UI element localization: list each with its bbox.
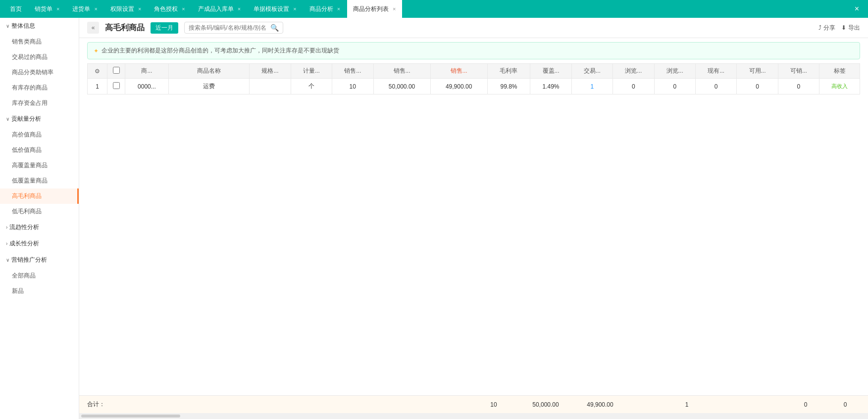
sidebar-item-all-goods[interactable]: 全部商品 bbox=[0, 268, 79, 283]
close-permission-settings[interactable]: × bbox=[138, 6, 141, 12]
col-current[interactable]: 现有... bbox=[695, 64, 736, 79]
nav-product-analysis[interactable]: 商品分析 × bbox=[304, 0, 346, 18]
row-transaction: 1 bbox=[571, 79, 613, 94]
footer-label: 合计： bbox=[87, 400, 105, 409]
col-spec[interactable]: 规格... bbox=[250, 64, 291, 79]
col-sale-profit[interactable]: 销售... bbox=[430, 64, 487, 79]
row-code: 0000... bbox=[125, 79, 169, 94]
nav-permission-settings[interactable]: 权限设置 × bbox=[104, 0, 147, 18]
row-sale-profit: 49,900.00 bbox=[430, 79, 487, 94]
sidebar-item-new-goods[interactable]: 新品 bbox=[0, 283, 79, 299]
col-browse2[interactable]: 浏览... bbox=[654, 64, 695, 79]
row-coverage: 1.49% bbox=[530, 79, 571, 94]
nav-template-settings[interactable]: 单据模板设置 × bbox=[248, 0, 302, 18]
top-navigation: 首页 销货单 × 进货单 × 权限设置 × 角色授权 × 产成品入库单 × 单据… bbox=[0, 0, 868, 18]
period-button[interactable]: 近一月 bbox=[151, 22, 178, 34]
sidebar-item-traded-goods[interactable]: 交易过的商品 bbox=[0, 49, 79, 65]
col-tag[interactable]: 标签 bbox=[819, 64, 860, 79]
sidebar-collapse-button[interactable]: « bbox=[87, 22, 99, 34]
sidebar-group-marketing[interactable]: ∨ 营销推广分析 bbox=[0, 252, 79, 268]
sidebar-item-in-stock[interactable]: 有库存的商品 bbox=[0, 80, 79, 95]
row-saleable: 0 bbox=[778, 79, 819, 94]
col-coverage[interactable]: 覆盖... bbox=[530, 64, 571, 79]
nav-home[interactable]: 首页 bbox=[4, 0, 28, 18]
row-available: 0 bbox=[737, 79, 778, 94]
footer-current: 0 bbox=[791, 401, 820, 408]
nav-product-inbound[interactable]: 产成品入库单 × bbox=[192, 0, 247, 18]
content-area: « 高毛利商品 近一月 🔍 ⤴ 分享 ⬇ 导出 ✦ 企业的主要 bbox=[79, 18, 868, 419]
col-checkbox bbox=[107, 64, 125, 79]
gear-icon[interactable]: ⚙ bbox=[95, 68, 100, 75]
transaction-link[interactable]: 1 bbox=[591, 83, 594, 90]
search-icon[interactable]: 🔍 bbox=[270, 24, 279, 32]
sidebar-item-category-rate[interactable]: 商品分类助销率 bbox=[0, 65, 79, 80]
page-title: 高毛利商品 bbox=[105, 23, 145, 33]
col-code[interactable]: 商... bbox=[125, 64, 169, 79]
close-product-analysis[interactable]: × bbox=[337, 6, 340, 12]
data-table: ⚙ 商... 商品名称 规格... 计量... 销售... 销售... 销售..… bbox=[87, 63, 860, 94]
row-sale-amt: 50,000.00 bbox=[373, 79, 430, 94]
row-select-checkbox[interactable] bbox=[113, 82, 120, 89]
close-sales-order[interactable]: × bbox=[56, 6, 59, 12]
row-checkbox[interactable] bbox=[107, 79, 125, 94]
sidebar-item-stock-capital[interactable]: 库存资金占用 bbox=[0, 95, 79, 111]
horizontal-scrollbar[interactable] bbox=[79, 413, 868, 419]
close-role-auth[interactable]: × bbox=[182, 6, 185, 12]
footer-transaction: 1 bbox=[672, 401, 702, 408]
share-button[interactable]: ⤴ 分享 bbox=[818, 24, 835, 32]
close-product-analysis-list[interactable]: × bbox=[393, 6, 396, 12]
row-current: 0 bbox=[695, 79, 736, 94]
sidebar-group-overall[interactable]: ∨ 整体信息 bbox=[0, 18, 79, 34]
main-layout: ∨ 整体信息 销售类商品 交易过的商品 商品分类助销率 有库存的商品 库存资金占… bbox=[0, 18, 868, 419]
sidebar-item-low-margin[interactable]: 低毛利商品 bbox=[0, 204, 79, 219]
col-unit[interactable]: 计量... bbox=[291, 64, 332, 79]
sidebar-item-high-margin[interactable]: 高毛利商品 bbox=[0, 188, 79, 204]
select-all-checkbox[interactable] bbox=[113, 67, 120, 74]
col-browse1[interactable]: 浏览... bbox=[613, 64, 654, 79]
content-header: « 高毛利商品 近一月 🔍 ⤴ 分享 ⬇ 导出 bbox=[79, 18, 868, 38]
col-settings[interactable]: ⚙ bbox=[88, 64, 107, 79]
tag-label: 高收入 bbox=[831, 83, 848, 89]
col-sale-qty[interactable]: 销售... bbox=[332, 64, 373, 79]
table-header-row: ⚙ 商... 商品名称 规格... 计量... 销售... 销售... 销售..… bbox=[88, 64, 860, 79]
col-transaction[interactable]: 交易... bbox=[571, 64, 613, 79]
footer-available: 0 bbox=[830, 401, 860, 408]
row-tag: 高收入 bbox=[819, 79, 860, 94]
scroll-thumb[interactable] bbox=[81, 415, 180, 418]
col-gross-rate[interactable]: 毛利率 bbox=[487, 64, 530, 79]
table-container: ⚙ 商... 商品名称 规格... 计量... 销售... 销售... 销售..… bbox=[79, 63, 868, 395]
nav-role-auth[interactable]: 角色授权 × bbox=[148, 0, 191, 18]
info-icon: ✦ bbox=[94, 47, 99, 54]
sidebar-item-high-coverage[interactable]: 高覆盖量商品 bbox=[0, 158, 79, 173]
row-unit: 个 bbox=[291, 79, 332, 94]
sidebar-group-trend[interactable]: › 流趋性分析 bbox=[0, 219, 79, 235]
sidebar-item-low-coverage[interactable]: 低覆盖量商品 bbox=[0, 173, 79, 188]
footer-sale-profit: 49,900.00 bbox=[578, 401, 622, 408]
export-button[interactable]: ⬇ 导出 bbox=[841, 24, 860, 32]
nav-sales-order[interactable]: 销货单 × bbox=[29, 0, 65, 18]
share-icon: ⤴ bbox=[818, 24, 821, 31]
row-name: 运费 bbox=[168, 79, 249, 94]
window-close-btn[interactable]: × bbox=[850, 4, 864, 13]
sidebar-item-sales-goods[interactable]: 销售类商品 bbox=[0, 34, 79, 49]
chevron-down-icon: ∨ bbox=[6, 23, 9, 29]
col-name[interactable]: 商品名称 bbox=[168, 64, 249, 79]
row-sale-qty: 10 bbox=[332, 79, 373, 94]
chevron-right-icon: › bbox=[6, 225, 7, 230]
sidebar-item-low-value[interactable]: 低价值商品 bbox=[0, 142, 79, 158]
nav-product-analysis-list[interactable]: 商品分析列表 × bbox=[347, 0, 402, 18]
col-saleable[interactable]: 可销... bbox=[778, 64, 819, 79]
close-product-inbound[interactable]: × bbox=[238, 6, 241, 12]
sidebar-item-high-value[interactable]: 高价值商品 bbox=[0, 127, 79, 142]
search-input[interactable] bbox=[189, 24, 268, 31]
sidebar-group-contribution[interactable]: ∨ 贡献量分析 bbox=[0, 111, 79, 127]
close-purchase-order[interactable]: × bbox=[94, 6, 97, 12]
sidebar-group-growth[interactable]: › 成长性分析 bbox=[0, 235, 79, 252]
col-sale-amt[interactable]: 销售... bbox=[373, 64, 430, 79]
col-available[interactable]: 可用... bbox=[737, 64, 778, 79]
chevron-right-icon: › bbox=[6, 241, 7, 246]
nav-purchase-order[interactable]: 进货单 × bbox=[66, 0, 103, 18]
chevron-down-icon: ∨ bbox=[6, 116, 9, 122]
header-actions: ⤴ 分享 ⬇ 导出 bbox=[818, 24, 860, 32]
close-template-settings[interactable]: × bbox=[293, 6, 296, 12]
